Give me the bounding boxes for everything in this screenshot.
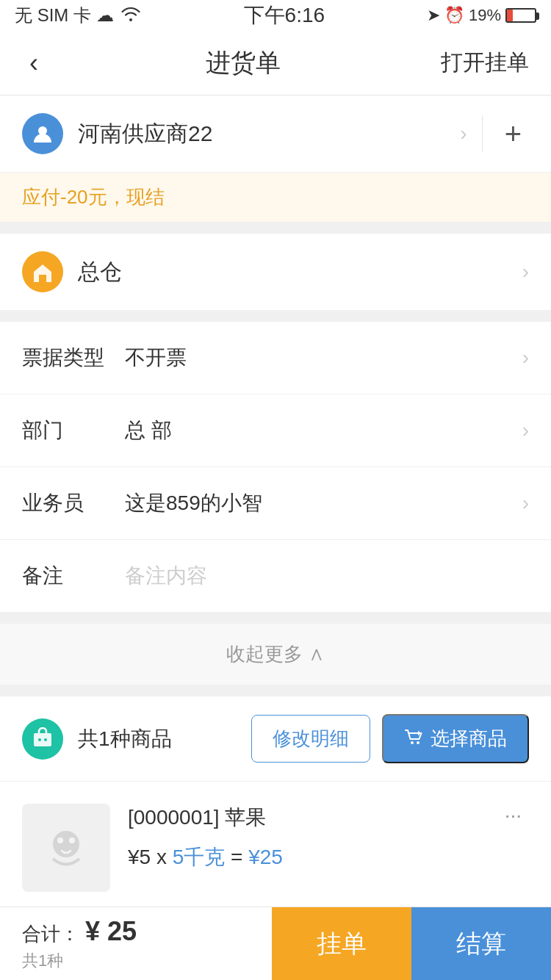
- product-thumbnail: [22, 804, 110, 892]
- status-left: 无 SIM 卡 ☁: [15, 4, 142, 27]
- product-item: [0000001] 苹果 ¥5 x 5千克 = ¥25 ···: [0, 782, 551, 914]
- product-price: ¥5: [128, 846, 151, 868]
- sales-label: 业务员: [22, 489, 110, 517]
- divider: [482, 115, 483, 152]
- notice-bar: 应付-20元，现结: [0, 173, 551, 222]
- supplier-name: 河南供应商22: [78, 119, 460, 149]
- products-count: 共1种商品: [78, 725, 251, 753]
- main-content: 河南供应商22 › + 应付-20元，现结 总仓 › 票据类型 不开票 › 部门…: [0, 96, 551, 980]
- location-icon: ➤: [427, 6, 440, 25]
- equals-sign: =: [231, 846, 248, 868]
- product-qty: 5千克: [173, 846, 226, 868]
- remark-input[interactable]: 备注内容: [125, 562, 529, 590]
- warehouse-icon: [22, 251, 63, 292]
- battery-icon: [505, 8, 536, 23]
- sales-chevron-icon: ›: [522, 491, 529, 515]
- product-info: [0000001] 苹果 ¥5 x 5千克 = ¥25: [128, 804, 480, 871]
- svg-point-9: [69, 837, 75, 843]
- nav-bar: ‹ 进货单 打开挂单: [0, 31, 551, 96]
- add-supplier-button[interactable]: +: [497, 118, 529, 151]
- warehouse-row[interactable]: 总仓 ›: [0, 234, 551, 310]
- dept-row[interactable]: 部门 总 部 ›: [0, 394, 551, 467]
- product-price-row: ¥5 x 5千克 = ¥25: [128, 843, 480, 871]
- wifi-icon: [120, 5, 142, 26]
- total-section: 合计： ¥ 25 共1种: [0, 916, 272, 972]
- svg-rect-1: [39, 275, 46, 282]
- product-more-button[interactable]: ···: [497, 804, 529, 827]
- status-right: ➤ ⏰ 19%: [427, 6, 536, 25]
- invoice-label: 票据类型: [22, 344, 110, 372]
- select-product-button[interactable]: 选择商品: [382, 714, 529, 763]
- warehouse-name: 总仓: [78, 257, 522, 287]
- svg-rect-2: [34, 733, 51, 746]
- svg-point-3: [38, 738, 41, 741]
- form-section: 票据类型 不开票 › 部门 总 部 › 业务员 这是859的小智 › 备注 备注…: [0, 322, 551, 612]
- cart-icon: [404, 727, 425, 750]
- dept-value: 总 部: [125, 417, 522, 444]
- status-bar: 无 SIM 卡 ☁ 下午6:16 ➤ ⏰ 19%: [0, 0, 551, 31]
- total-label: 合计：: [22, 921, 79, 947]
- sales-row[interactable]: 业务员 这是859的小智 ›: [0, 467, 551, 540]
- supplier-section: 河南供应商22 › +: [0, 96, 551, 173]
- total-count: 共1种: [22, 950, 250, 972]
- price-separator: x: [156, 846, 173, 868]
- collapse-row[interactable]: 收起更多 ∧: [0, 624, 551, 685]
- open-pending-button[interactable]: 打开挂单: [441, 48, 529, 78]
- warehouse-chevron-icon: ›: [522, 260, 529, 284]
- select-product-label: 选择商品: [431, 726, 507, 752]
- svg-point-4: [44, 738, 47, 741]
- remark-row[interactable]: 备注 备注内容: [0, 540, 551, 612]
- hang-button[interactable]: 挂单: [272, 907, 411, 981]
- total-amount: ¥ 25: [85, 916, 137, 947]
- svg-point-6: [417, 741, 419, 744]
- dept-label: 部门: [22, 417, 110, 444]
- sim-label: 无 SIM 卡 ☁: [15, 4, 114, 27]
- edit-detail-button[interactable]: 修改明细: [251, 715, 370, 763]
- total-amount-row: 合计： ¥ 25: [22, 916, 250, 947]
- supplier-row[interactable]: 河南供应商22 › +: [0, 96, 551, 173]
- remark-label: 备注: [22, 562, 110, 590]
- invoice-value: 不开票: [125, 344, 522, 372]
- invoice-chevron-icon: ›: [522, 346, 529, 370]
- status-time: 下午6:16: [244, 1, 325, 29]
- sales-value: 这是859的小智: [125, 489, 522, 517]
- svg-point-8: [57, 837, 63, 843]
- products-section: 共1种商品 修改明细 选择商品: [0, 696, 551, 914]
- products-icon: [22, 718, 63, 760]
- svg-point-5: [411, 741, 414, 744]
- products-header: 共1种商品 修改明细 选择商品: [0, 696, 551, 782]
- invoice-row[interactable]: 票据类型 不开票 ›: [0, 322, 551, 394]
- back-button[interactable]: ‹: [22, 40, 46, 86]
- product-total: ¥25: [248, 846, 283, 868]
- checkout-button[interactable]: 结算: [411, 907, 551, 981]
- supplier-avatar: [22, 113, 63, 154]
- page-title: 进货单: [206, 46, 281, 80]
- battery-percent: 19%: [469, 6, 501, 25]
- product-name: [0000001] 苹果: [128, 804, 480, 832]
- bottom-bar: 合计： ¥ 25 共1种 挂单 结算: [0, 907, 551, 980]
- alarm-icon: ⏰: [444, 6, 464, 25]
- dept-chevron-icon: ›: [522, 419, 529, 442]
- supplier-chevron-icon: ›: [460, 122, 467, 145]
